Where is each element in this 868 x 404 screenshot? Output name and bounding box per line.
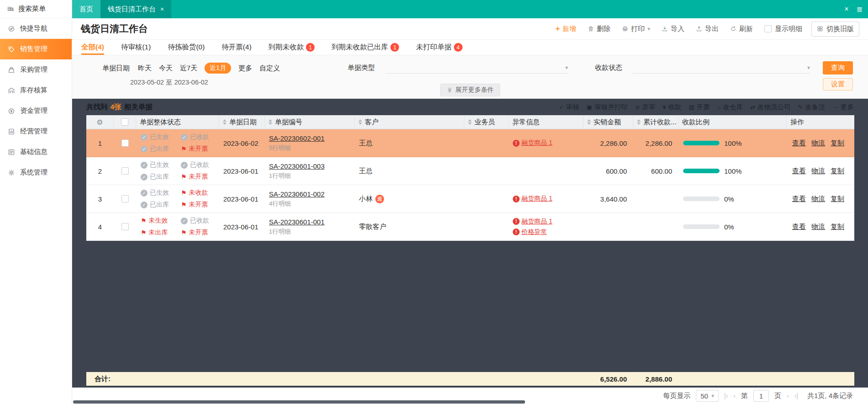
show-detail-toggle[interactable]: 显示明细 [764, 25, 802, 33]
view-link[interactable]: 查看 [792, 139, 806, 148]
sort-icon[interactable] [358, 119, 362, 125]
date-quick-option[interactable]: 昨天 [138, 64, 152, 73]
date-quick-option[interactable]: 近7天 [180, 64, 197, 73]
sidebar-item[interactable]: 采购管理 [0, 59, 72, 80]
invoice-button[interactable]: ▤开票 [689, 103, 710, 112]
filter-tab[interactable]: 待审核(1) [121, 40, 151, 55]
tab-active[interactable]: 钱货日清工作台× [100, 0, 171, 18]
doc-type-select[interactable]: ▾ [385, 62, 568, 74]
menu-icon[interactable]: ≣ [857, 5, 863, 14]
change-logistics-button[interactable]: ⇄改物流公司 [750, 103, 790, 112]
export-button[interactable]: 导出 [696, 25, 719, 33]
print-button[interactable]: 打印▾ [622, 25, 650, 33]
audit-button[interactable]: ✓审核 [559, 103, 579, 112]
exception-link[interactable]: 融货商品 1 [521, 139, 552, 147]
document-no-link[interactable]: SA-20230602-001 [269, 133, 325, 144]
first-page-icon[interactable]: |‹ [724, 392, 728, 399]
exception-item[interactable]: !价格异常 [513, 228, 547, 236]
discard-audit-button[interactable]: ⊘弃审 [635, 103, 655, 112]
column-header[interactable]: 累计收款... [633, 115, 679, 129]
date-quick-option[interactable]: 今天 [159, 64, 173, 73]
sidebar-item[interactable]: 销售管理 [0, 39, 72, 59]
column-header[interactable]: 客户 [355, 115, 464, 129]
receive-payment-button[interactable]: ¥收款 [663, 103, 681, 112]
filter-tab[interactable]: 待开票(4) [221, 40, 251, 55]
sidebar-search[interactable]: 搜索菜单 [0, 0, 72, 18]
document-no-link[interactable]: SA-20230601-001 [269, 217, 325, 227]
refresh-button[interactable]: 刷新 [730, 25, 753, 33]
select-all-checkbox[interactable] [121, 118, 128, 126]
logistics-link[interactable]: 物流 [811, 139, 825, 148]
sort-icon[interactable] [468, 119, 472, 125]
logistics-link[interactable]: 物流 [811, 195, 825, 203]
change-warehouse-button[interactable]: ⌂改仓库 [717, 103, 743, 112]
document-no-link[interactable]: SA-20230601-003 [269, 161, 325, 171]
logistics-link[interactable]: 物流 [811, 167, 825, 175]
change-remark-button[interactable]: ✎改备注 [798, 103, 825, 112]
next-page-icon[interactable]: › [787, 392, 789, 399]
column-header[interactable]: 业务员 [464, 115, 509, 129]
logistics-link[interactable]: 物流 [811, 223, 825, 231]
row-checkbox[interactable] [121, 195, 129, 202]
document-detail-lines[interactable]: 4行明细 [269, 199, 355, 208]
audit-print-button[interactable]: ▣审核并打印 [587, 103, 628, 112]
date-quick-option[interactable]: 更多 [238, 64, 252, 73]
copy-link[interactable]: 复制 [831, 167, 844, 175]
column-header[interactable]: 单据日期 [219, 115, 265, 129]
copy-link[interactable]: 复制 [831, 195, 844, 203]
sidebar-item[interactable]: 系统管理 [0, 162, 72, 183]
sidebar-item[interactable]: 库存核算 [0, 80, 72, 101]
document-detail-lines[interactable]: 5行明细 [269, 144, 355, 153]
filter-tab[interactable]: 到期未收款1 [268, 40, 315, 55]
filter-tab[interactable]: 全部(4) [81, 40, 104, 55]
document-detail-lines[interactable]: 1行明细 [269, 171, 355, 181]
horizontal-scrollbar[interactable] [72, 400, 868, 404]
scrollbar-thumb[interactable] [73, 400, 525, 404]
payment-status-select[interactable]: ▾ [633, 62, 810, 74]
column-header[interactable]: 单据编号 [265, 115, 355, 129]
query-button[interactable]: 查询 [823, 61, 853, 74]
exception-item[interactable]: !融货商品 1 [513, 139, 552, 147]
switch-old-version-button[interactable]: 切换旧版 [811, 21, 859, 37]
more-button[interactable]: ⋯更多 [832, 103, 854, 112]
filter-tab[interactable]: 待拣验货(0) [168, 40, 205, 55]
row-checkbox[interactable] [121, 167, 129, 175]
tab-home[interactable]: 首页 [72, 0, 100, 18]
sort-icon[interactable] [268, 119, 272, 125]
close-tab-icon[interactable]: × [160, 5, 164, 13]
sidebar-item[interactable]: 经营管理 [0, 121, 72, 142]
show-detail-checkbox[interactable] [764, 25, 772, 32]
sort-icon[interactable] [587, 119, 591, 125]
prev-page-icon[interactable]: ‹ [733, 392, 736, 399]
view-link[interactable]: 查看 [792, 167, 806, 175]
exception-link[interactable]: 融货商品 1 [521, 218, 552, 226]
sidebar-item[interactable]: 快捷导航 [0, 18, 72, 39]
date-quick-option[interactable]: 近1月 [205, 63, 231, 74]
delete-button[interactable]: 删除 [588, 25, 610, 33]
exception-link[interactable]: 融货商品 1 [521, 195, 552, 203]
gear-icon[interactable]: ⚙ [96, 118, 103, 127]
close-icon[interactable]: × [844, 5, 848, 13]
exception-item[interactable]: !融货商品 1 [513, 218, 552, 226]
copy-link[interactable]: 复制 [831, 139, 844, 148]
last-page-icon[interactable]: ›| [794, 392, 798, 399]
sidebar-item[interactable]: 资金管理 [0, 101, 72, 121]
view-link[interactable]: 查看 [792, 195, 806, 203]
document-detail-lines[interactable]: 1行明细 [269, 227, 355, 236]
add-button[interactable]: +新增 [556, 25, 576, 33]
date-quick-option[interactable]: 自定义 [259, 64, 280, 73]
exception-item[interactable]: !融货商品 1 [513, 195, 552, 203]
filter-tab[interactable]: 到期未收款已出库1 [331, 40, 399, 55]
import-button[interactable]: 导入 [662, 25, 684, 33]
view-link[interactable]: 查看 [792, 223, 806, 231]
column-header[interactable]: 实销金额 [584, 115, 633, 129]
copy-link[interactable]: 复制 [831, 223, 844, 231]
sidebar-item[interactable]: 基础信息 [0, 142, 72, 162]
filter-tab[interactable]: 未打印单据4 [416, 40, 463, 55]
settings-button[interactable]: 设置 [823, 78, 853, 90]
sort-icon[interactable] [223, 119, 226, 125]
expand-more-button[interactable]: ≫ 展开更多条件 [440, 84, 500, 96]
row-checkbox[interactable] [121, 139, 129, 147]
exception-link[interactable]: 价格异常 [521, 228, 547, 236]
row-checkbox[interactable] [121, 223, 129, 230]
